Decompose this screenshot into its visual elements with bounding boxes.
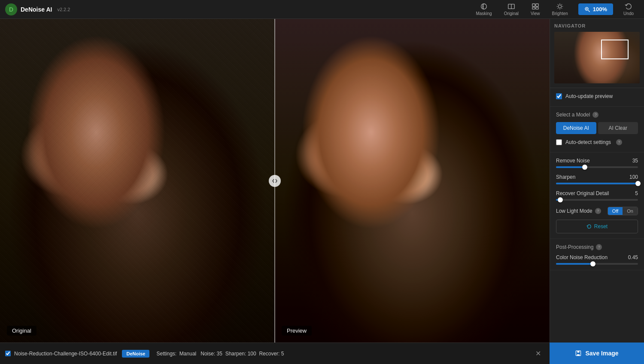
recover-slider-section: Recover Original Detail 5 — [556, 190, 638, 201]
logo-icon: D — [5, 3, 17, 15]
post-processing-title: Post-Processing ? — [556, 244, 638, 250]
color-noise-label-row: Color Noise Reduction 0.45 — [556, 254, 638, 260]
image-container: Original Preview — [0, 19, 550, 343]
auto-detect-checkbox[interactable] — [556, 139, 562, 145]
undo-button[interactable]: Undo — [618, 1, 639, 18]
navigator-thumbnail[interactable] — [554, 32, 640, 83]
svg-rect-21 — [577, 351, 580, 352]
split-handle[interactable] — [269, 175, 281, 187]
app-title: DeNoise AI — [21, 6, 52, 13]
low-light-toggle[interactable]: Off On — [608, 207, 638, 215]
post-processing-section: Post-Processing ? Color Noise Reduction … — [550, 239, 644, 270]
select-model-help-icon[interactable]: ? — [592, 112, 598, 118]
sharpen-thumb[interactable] — [635, 181, 641, 186]
sliders-section: Remove Noise 35 Sharpen 100 — [550, 153, 644, 239]
remove-noise-label: Remove Noise — [556, 158, 590, 164]
compare-icon — [507, 3, 515, 10]
filename-text: Noise-Reduction-Challenge-ISO-6400-Edit.… — [14, 351, 117, 357]
reset-button[interactable]: Reset — [556, 220, 638, 233]
color-noise-thumb[interactable] — [590, 261, 595, 266]
recover-track[interactable] — [556, 199, 638, 201]
preview-bird-visual — [275, 19, 550, 343]
model-section: Select a Model ? DeNoise AI AI Clear Aut… — [550, 107, 644, 153]
svg-rect-5 — [532, 7, 535, 9]
view-button[interactable]: View — [526, 1, 545, 18]
low-light-row: Low Light Mode ? Off On — [556, 207, 638, 215]
low-light-label: Low Light Mode — [556, 208, 592, 214]
navigator-section: NAVIGATOR — [550, 19, 644, 88]
original-image — [0, 19, 275, 343]
zoom-button[interactable]: 100% — [578, 3, 613, 15]
recover-label-row: Recover Original Detail 5 — [556, 190, 638, 196]
remove-noise-fill — [556, 166, 585, 168]
sharpen-slider-section: Sharpen 100 — [556, 174, 638, 184]
remove-noise-value: 35 — [632, 158, 638, 164]
preview-label: Preview — [282, 326, 312, 336]
masking-button[interactable]: Masking — [471, 1, 497, 18]
navigator-viewport — [601, 40, 629, 59]
svg-line-15 — [558, 8, 558, 9]
ai-clear-button[interactable]: AI Clear — [598, 122, 638, 134]
svg-rect-4 — [536, 4, 538, 6]
color-noise-section: Color Noise Reduction 0.45 — [556, 254, 638, 265]
sharpen-value: 100 — [629, 174, 638, 180]
recover-value: 5 — [635, 190, 638, 196]
undo-icon — [625, 3, 632, 10]
select-model-title: Select a Model ? — [556, 112, 638, 118]
remove-noise-label-row: Remove Noise 35 — [556, 158, 638, 164]
file-checkbox[interactable] — [5, 351, 11, 356]
auto-detect-help-icon[interactable]: ? — [616, 139, 622, 145]
header-tools: Masking Original View — [471, 1, 639, 18]
svg-rect-3 — [532, 4, 535, 6]
recover-label: Recover Original Detail — [556, 190, 609, 196]
close-file-button[interactable]: ✕ — [532, 348, 544, 359]
masking-icon — [480, 3, 488, 10]
low-light-help-icon[interactable]: ? — [595, 208, 601, 214]
svg-line-17 — [588, 10, 590, 12]
low-light-off[interactable]: Off — [608, 207, 623, 215]
svg-point-0 — [481, 4, 487, 9]
auto-update-label: Auto-update preview — [565, 93, 613, 99]
svg-rect-6 — [536, 7, 538, 9]
svg-line-13 — [562, 8, 562, 9]
color-noise-fill — [556, 263, 593, 265]
app-version: v2.2.2 — [57, 7, 70, 12]
brighten-button[interactable]: Brighten — [547, 1, 573, 18]
original-button[interactable]: Original — [499, 1, 524, 18]
reset-icon — [586, 224, 592, 229]
svg-point-7 — [559, 5, 562, 8]
header: D DeNoise AI v2.2.2 Masking Original — [0, 0, 644, 19]
main-content: Original Preview NAVIGATOR Auto-update p… — [0, 19, 644, 343]
bottom-row: Noise-Reduction-Challenge-ISO-6400-Edit.… — [0, 343, 644, 364]
logo: D DeNoise AI v2.2.2 — [5, 3, 70, 15]
sharpen-label-row: Sharpen 100 — [556, 174, 638, 180]
auto-detect-label: Auto-detect settings — [565, 139, 611, 145]
post-processing-help-icon[interactable]: ? — [596, 244, 602, 250]
low-light-on[interactable]: On — [623, 207, 638, 215]
original-label: Original — [7, 326, 36, 336]
auto-update-section: Auto-update preview — [550, 88, 644, 107]
color-noise-value: 0.45 — [628, 254, 638, 260]
settings-text: Settings: Manual Noise: 35 Sharpen: 100 … — [156, 351, 284, 357]
sharpen-label: Sharpen — [556, 174, 575, 180]
save-image-button[interactable]: Save Image — [550, 343, 644, 364]
remove-noise-track[interactable] — [556, 166, 638, 168]
low-light-label-group: Low Light Mode ? — [556, 208, 601, 214]
auto-update-checkbox[interactable] — [556, 93, 562, 99]
zoom-icon — [584, 6, 590, 12]
auto-update-row: Auto-update preview — [556, 93, 638, 99]
save-icon — [575, 350, 582, 357]
original-bird-visual — [0, 19, 275, 343]
denoise-tag[interactable]: DeNoise — [122, 350, 149, 358]
right-panel: NAVIGATOR Auto-update preview Select a M… — [550, 19, 644, 343]
color-noise-track[interactable] — [556, 263, 638, 265]
sharpen-fill — [556, 183, 638, 184]
navigator-title: NAVIGATOR — [554, 23, 640, 28]
preview-image — [275, 19, 550, 343]
image-area[interactable]: Original Preview — [0, 19, 550, 343]
view-icon — [532, 3, 539, 10]
remove-noise-thumb[interactable] — [582, 165, 587, 170]
denoise-ai-button[interactable]: DeNoise AI — [556, 122, 596, 134]
recover-thumb[interactable] — [558, 197, 563, 202]
sharpen-track[interactable] — [556, 183, 638, 184]
